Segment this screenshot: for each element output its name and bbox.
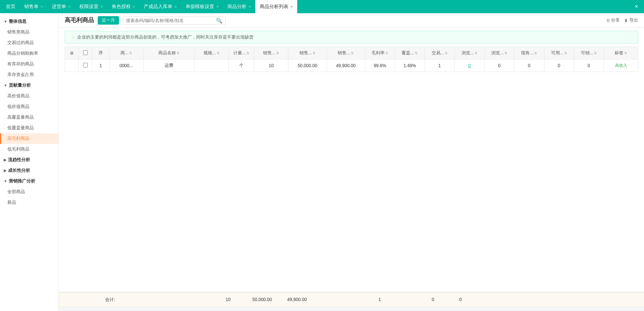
cell-stock: 0: [514, 59, 544, 72]
th-name[interactable]: 商品名称⇅: [143, 47, 194, 59]
tab-roles[interactable]: 角色授权 ×: [107, 0, 140, 13]
th-stock[interactable]: 现有...⇅: [514, 47, 544, 59]
export-button[interactable]: ⬇ 导出: [624, 17, 638, 23]
export-icon: ⬇: [624, 18, 628, 23]
close-icon[interactable]: ×: [68, 5, 71, 9]
th-avail[interactable]: 可用...⇅: [544, 47, 574, 59]
arrow-right-icon: ▶: [4, 158, 7, 162]
sidebar-group-contribution[interactable]: ▼ 贡献量分析: [0, 80, 58, 91]
search-icon[interactable]: 🔍: [216, 18, 222, 23]
sidebar-item-traded-goods[interactable]: 交易过的商品: [0, 37, 58, 48]
top-nav: 首页 销售单 × 进货单 × 权限设置 × 角色授权 × 产成品入库单 × 单据…: [0, 0, 644, 13]
th-browse2[interactable]: 浏览...⇅: [485, 47, 514, 59]
cell-tag: 高收入: [604, 59, 638, 72]
th-settings[interactable]: ⚙: [65, 47, 79, 59]
cell-trade: 1: [425, 59, 454, 72]
tab-home[interactable]: 首页: [1, 0, 20, 13]
sidebar-item-low-coverage[interactable]: 低覆盖量商品: [0, 123, 58, 133]
sidebar-item-high-value[interactable]: 高价值商品: [0, 91, 58, 101]
tab-sales[interactable]: 销售单 ×: [20, 0, 47, 13]
close-icon[interactable]: ×: [41, 5, 43, 9]
sidebar-item-in-stock[interactable]: 有库存的商品: [0, 59, 58, 69]
th-unit[interactable]: 计量...⇅: [229, 47, 254, 59]
sidebar-item-stock-fund[interactable]: 库存资金占用: [0, 69, 58, 80]
sort-icon: ⇅: [624, 51, 627, 55]
sort-icon: ⇅: [177, 51, 180, 55]
search-input[interactable]: [126, 18, 216, 23]
tab-analysis[interactable]: 商品分析 ×: [223, 0, 255, 13]
sort-icon: ⇅: [504, 51, 507, 55]
th-saleable[interactable]: 可销...⇅: [574, 47, 604, 59]
tab-analysis-list[interactable]: 商品分析列表 ×: [255, 0, 297, 13]
row-checkbox[interactable]: [83, 63, 88, 68]
sidebar-group-growth[interactable]: ▶ 成长性分析: [0, 165, 58, 176]
cell-check[interactable]: [79, 59, 92, 72]
th-tag[interactable]: 标签⇅: [604, 47, 638, 59]
total-trade: 1: [366, 297, 393, 302]
cell-avail: 0: [544, 59, 574, 72]
table-row: 1 0000... 运费 个 10 50,000.00 49,900.00 99…: [65, 59, 638, 72]
info-icon: ☆: [71, 35, 75, 40]
th-code[interactable]: 商...⇅: [109, 47, 143, 59]
th-gross-rate[interactable]: 毛利率⇅: [365, 47, 395, 59]
close-icon[interactable]: ×: [133, 5, 135, 9]
page-title: 高毛利商品: [65, 17, 94, 24]
window-close-button[interactable]: ×: [630, 3, 643, 10]
horizontal-scrollbar[interactable]: [59, 307, 644, 311]
sidebar-item-all-goods[interactable]: 全部商品: [0, 187, 58, 197]
th-seq: 序: [92, 47, 109, 59]
tab-templates[interactable]: 单据模板设置 ×: [181, 0, 223, 13]
close-icon[interactable]: ×: [216, 5, 219, 9]
cell-sales-amount: 50,000.00: [288, 59, 327, 72]
th-sales-qty[interactable]: 销售...⇅: [254, 47, 288, 59]
arrow-icon: ▼: [4, 179, 7, 183]
sort-icon: ⇅: [534, 51, 537, 55]
footer-total: 合计: 10 50,000.00 49,900.00 1 0 0: [59, 292, 644, 307]
sidebar-item-low-value[interactable]: 低价值商品: [0, 101, 58, 112]
sort-icon: ⇅: [276, 51, 279, 55]
tab-products[interactable]: 产成品入库单 ×: [139, 0, 181, 13]
close-icon[interactable]: ×: [175, 5, 177, 9]
total-browse2: 0: [419, 297, 447, 302]
sidebar-item-distribution-rate[interactable]: 商品分销助购率: [0, 48, 58, 59]
cell-code: 0000...: [109, 59, 143, 72]
sidebar-item-new-goods[interactable]: 新品: [0, 197, 58, 208]
cell-coverage: 1.49%: [395, 59, 425, 72]
table-wrapper: ⚙ 序 商...⇅ 商品名称⇅ 规格...⇅ 计量...: [59, 47, 644, 292]
header-actions: ⎘ 分享 ⬇ 导出: [607, 17, 638, 23]
cell-unit: 个: [229, 59, 254, 72]
total-sales-amount: 50,000.00: [245, 297, 280, 302]
sidebar-group-overall[interactable]: ▼ 整体信息: [0, 16, 58, 27]
sidebar-item-low-margin[interactable]: 低毛利商品: [0, 144, 58, 155]
th-sales-profit[interactable]: 销售...⇅: [327, 47, 365, 59]
sidebar-group-marketing[interactable]: ▼ 营销推广分析: [0, 176, 58, 187]
sidebar-item-sales-goods[interactable]: 销售类商品: [0, 27, 58, 37]
select-all-checkbox[interactable]: [83, 50, 88, 55]
filter-recent-month-button[interactable]: 近一月: [98, 16, 119, 25]
tab-permissions[interactable]: 权限设置 ×: [75, 0, 107, 13]
cell-browse2: 0: [485, 59, 514, 72]
sidebar-group-flow[interactable]: ▶ 流趋性分析: [0, 155, 58, 165]
th-trade[interactable]: 交易...⇅: [425, 47, 454, 59]
th-coverage[interactable]: 覆盖...⇅: [395, 47, 425, 59]
close-icon[interactable]: ×: [291, 5, 293, 9]
close-icon[interactable]: ×: [101, 5, 103, 9]
share-button[interactable]: ⎘ 分享: [607, 17, 620, 23]
th-sales-amount[interactable]: 销售...⇅: [288, 47, 327, 59]
cell-gross-rate: 99.8%: [365, 59, 395, 72]
tab-purchase[interactable]: 进货单 ×: [47, 0, 75, 13]
cell-saleable: 0: [574, 59, 604, 72]
sidebar: 《 ▼ 整体信息 销售类商品 交易过的商品 商品分销助购率 有库存的商品 库存资…: [0, 13, 59, 311]
cell-sales-qty: 10: [254, 59, 288, 72]
sidebar-item-high-margin[interactable]: 高毛利商品: [0, 133, 58, 144]
content-area: 高毛利商品 近一月 🔍 ⎘ 分享 ⬇ 导出 ☆ 企业的主要的利润都是这部分商品创…: [59, 13, 644, 311]
sidebar-item-high-coverage[interactable]: 高覆盖量商品: [0, 112, 58, 123]
arrow-icon: ▼: [4, 83, 7, 87]
cell-browse1[interactable]: 0: [454, 59, 484, 72]
close-icon[interactable]: ×: [249, 5, 251, 9]
th-browse1[interactable]: 浏览...⇅: [454, 47, 484, 59]
info-banner: ☆ 企业的主要的利润都是这部分商品创造的，可考虑加大推广，同时关注库存是不要出现…: [65, 31, 638, 44]
th-check[interactable]: [79, 47, 92, 59]
th-spec[interactable]: 规格...⇅: [194, 47, 229, 59]
sort-icon: ⇅: [247, 51, 249, 55]
